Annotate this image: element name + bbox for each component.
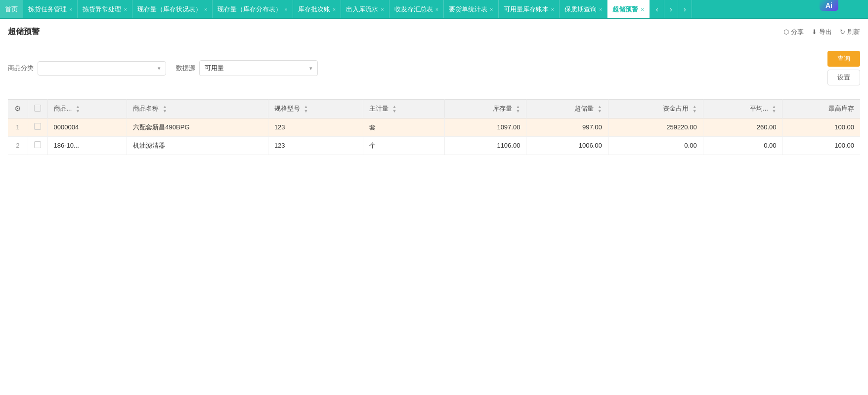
nav-prev-arrow[interactable]: ‹ <box>651 0 664 18</box>
th-checkbox[interactable] <box>28 100 47 118</box>
product-name-cell: 六配套新昌490BPG <box>127 118 268 136</box>
nav-more-arrow[interactable]: › <box>678 0 692 18</box>
datasource-label: 数据源 <box>176 64 195 73</box>
unit-cell: 套 <box>363 118 444 136</box>
row-index: 2 <box>8 136 28 155</box>
row-index: 1 <box>8 118 28 136</box>
sort-icon: ▲▼ <box>693 105 697 114</box>
page-header: 超储预警 ⬡ 分享 ⬇ 导出 ↻ 刷新 <box>8 27 860 37</box>
product-code-cell: 0000004 <box>47 118 127 136</box>
data-table-wrap: ⚙ 商品... ▲▼ 商品名称 ▲▼ 规格型号 ▲▼ <box>8 99 860 155</box>
datasource-select-value: 可用量 <box>205 64 224 73</box>
th-stock[interactable]: 库存量 ▲▼ <box>445 100 526 118</box>
close-icon[interactable]: × <box>333 6 336 12</box>
row-checkbox-cell[interactable] <box>28 118 47 136</box>
th-product-name[interactable]: 商品名称 ▲▼ <box>127 100 268 118</box>
tab-available[interactable]: 可用量库存账本 × <box>499 0 560 18</box>
top-navigation: 首页 拣货任务管理 × 拣货异常处理 × 现存量（库存状况表） × 现存量（库存… <box>0 0 868 19</box>
tab-shelf-life[interactable]: 保质期查询 × <box>560 0 608 18</box>
gear-icon[interactable]: ⚙ <box>14 104 21 113</box>
tab-receive-send[interactable]: 收发存汇总表 × <box>390 0 444 18</box>
category-select-value <box>43 65 45 72</box>
header-checkbox[interactable] <box>34 105 41 112</box>
close-icon[interactable]: × <box>204 6 207 12</box>
sort-icon: ▲▼ <box>598 105 602 114</box>
overstock-cell: 997.00 <box>526 118 608 136</box>
datasource-filter: 数据源 可用量 ▾ <box>176 60 318 76</box>
th-unit[interactable]: 主计量 ▲▼ <box>363 100 444 118</box>
close-icon[interactable]: × <box>641 6 644 12</box>
sort-icon: ▲▼ <box>163 105 167 114</box>
category-select[interactable]: ▾ <box>38 61 166 76</box>
table-row: 1 0000004 六配套新昌490BPG 123 套 1097.00 997.… <box>8 118 860 136</box>
refresh-button[interactable]: ↻ 刷新 <box>840 28 860 37</box>
tab-stock-status[interactable]: 现存量（库存状况表） × <box>132 0 213 18</box>
row-checkbox[interactable] <box>34 141 41 148</box>
data-table: ⚙ 商品... ▲▼ 商品名称 ▲▼ 规格型号 ▲▼ <box>8 99 860 155</box>
query-button[interactable]: 查询 <box>827 51 860 67</box>
close-icon[interactable]: × <box>490 6 493 12</box>
filter-buttons: 查询 设置 <box>827 51 860 85</box>
chevron-down-icon: ▾ <box>158 65 161 72</box>
filter-area: 商品分类 ▾ 数据源 可用量 ▾ 查询 设置 <box>8 45 860 91</box>
th-overstock[interactable]: 超储量 ▲▼ <box>526 100 608 118</box>
product-name-cell: 机油滤清器 <box>127 136 268 155</box>
category-filter: 商品分类 ▾ <box>8 61 166 76</box>
close-icon[interactable]: × <box>381 6 384 12</box>
tab-overstock[interactable]: 超储预警 × <box>608 0 649 18</box>
close-icon[interactable]: × <box>124 6 127 12</box>
th-max-stock[interactable]: 最高库存 <box>782 100 860 118</box>
table-header-row: ⚙ 商品... ▲▼ 商品名称 ▲▼ 规格型号 ▲▼ <box>8 100 860 118</box>
export-button[interactable]: ⬇ 导出 <box>812 28 832 37</box>
datasource-select[interactable]: 可用量 ▾ <box>199 60 318 76</box>
row-checkbox-cell[interactable] <box>28 136 47 155</box>
th-gear[interactable]: ⚙ <box>8 100 28 118</box>
tab-abnormal[interactable]: 拣货异常处理 × <box>78 0 132 18</box>
page-title: 超储预警 <box>8 27 40 37</box>
sort-icon: ▲▼ <box>516 105 520 114</box>
tab-flow[interactable]: 出入库流水 × <box>341 0 389 18</box>
sort-icon: ▲▼ <box>392 105 396 114</box>
nav-next-arrow[interactable]: › <box>664 0 678 18</box>
refresh-icon: ↻ <box>840 28 845 36</box>
chevron-down-icon: ▾ <box>309 65 312 72</box>
max-stock-cell: 100.00 <box>782 118 860 136</box>
export-icon: ⬇ <box>812 28 817 36</box>
th-avg[interactable]: 平均... ▲▼ <box>703 100 782 118</box>
sort-icon: ▲▼ <box>76 105 80 114</box>
tab-task-mgmt[interactable]: 拣货任务管理 × <box>23 0 78 18</box>
close-icon[interactable]: × <box>435 6 438 12</box>
close-icon[interactable]: × <box>284 6 287 12</box>
header-actions: ⬡ 分享 ⬇ 导出 ↻ 刷新 <box>783 28 860 37</box>
stock-cell: 1106.00 <box>445 136 526 155</box>
tab-order-stat[interactable]: 要货单统计表 × <box>444 0 498 18</box>
sort-icon: ▲▼ <box>304 105 308 114</box>
row-checkbox[interactable] <box>34 123 41 130</box>
table-row: 2 186-10... 机油滤清器 123 个 1106.00 1006.00 … <box>8 136 860 155</box>
close-icon[interactable]: × <box>69 6 72 12</box>
close-icon[interactable]: × <box>599 6 602 12</box>
stock-cell: 1097.00 <box>445 118 526 136</box>
share-icon: ⬡ <box>783 28 789 36</box>
sort-icon: ▲▼ <box>772 105 777 114</box>
main-content: 超储预警 ⬡ 分享 ⬇ 导出 ↻ 刷新 商品分类 ▾ 数据源 <box>0 19 868 395</box>
spec-cell: 123 <box>268 118 363 136</box>
capital-cell: 259220.00 <box>608 118 703 136</box>
share-button[interactable]: ⬡ 分享 <box>783 28 804 37</box>
tab-batch[interactable]: 库存批次账 × <box>293 0 341 18</box>
avg-cell: 260.00 <box>703 118 782 136</box>
close-icon[interactable]: × <box>551 6 554 12</box>
th-product-code[interactable]: 商品... ▲▼ <box>47 100 127 118</box>
th-spec[interactable]: 规格型号 ▲▼ <box>268 100 363 118</box>
overstock-cell: 1006.00 <box>526 136 608 155</box>
tab-stock-dist[interactable]: 现存量（库存分布表） × <box>213 0 293 18</box>
tab-home[interactable]: 首页 <box>0 0 23 18</box>
max-stock-cell: 100.00 <box>782 136 860 155</box>
category-label: 商品分类 <box>8 64 34 73</box>
settings-button[interactable]: 设置 <box>827 70 860 85</box>
capital-cell: 0.00 <box>608 136 703 155</box>
unit-cell: 个 <box>363 136 444 155</box>
ai-badge[interactable]: Ai <box>820 0 838 11</box>
product-code-cell: 186-10... <box>47 136 127 155</box>
th-capital[interactable]: 资金占用 ▲▼ <box>608 100 703 118</box>
